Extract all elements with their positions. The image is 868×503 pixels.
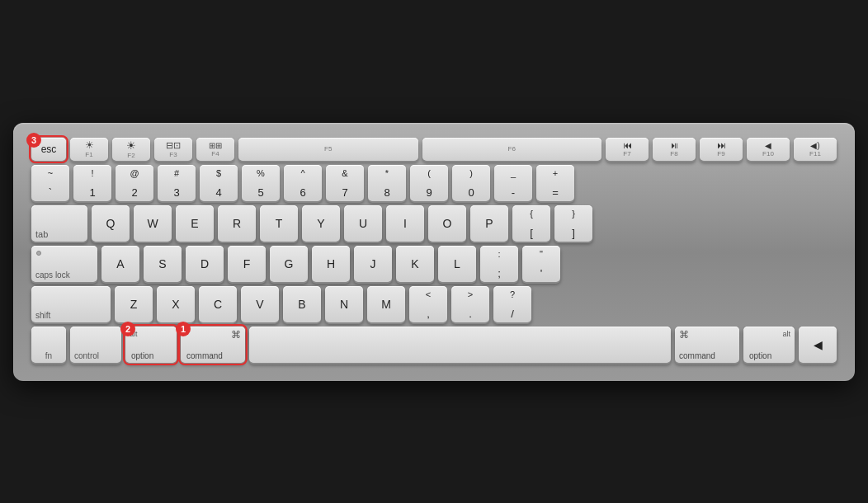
key-l[interactable]: L — [438, 246, 476, 282]
key-arrow-left[interactable]: ◀ — [799, 327, 837, 363]
key-f3[interactable]: ⊟⊡ F3 — [154, 138, 192, 161]
key-f5[interactable]: F5 — [238, 138, 418, 161]
key-z[interactable]: Z — [115, 286, 153, 322]
key-4[interactable]: $ 4 — [200, 165, 238, 201]
key-7[interactable]: & 7 — [326, 165, 364, 201]
key-j[interactable]: J — [354, 246, 392, 282]
key-bracket-open[interactable]: { [ — [512, 205, 550, 242]
key-3[interactable]: # 3 — [158, 165, 196, 201]
key-f[interactable]: F — [228, 246, 266, 282]
key-control[interactable]: control — [70, 327, 121, 363]
key-caps-lock[interactable]: caps lock — [31, 246, 97, 282]
key-i[interactable]: I — [386, 205, 424, 242]
key-u[interactable]: U — [344, 205, 382, 242]
key-e[interactable]: E — [176, 205, 214, 242]
key-1[interactable]: ! 1 — [73, 165, 111, 201]
key-g[interactable]: G — [270, 246, 308, 282]
key-5[interactable]: % 5 — [242, 165, 280, 201]
key-x[interactable]: X — [157, 286, 195, 322]
key-f2[interactable]: ☀ F2 — [112, 138, 150, 161]
key-command-right[interactable]: ⌘ command — [675, 327, 739, 363]
key-quote[interactable]: " ' — [522, 246, 560, 282]
key-a[interactable]: A — [101, 246, 139, 282]
key-spacebar[interactable] — [249, 327, 671, 363]
keyboard: 3 esc ☀ F1 ☀ F2 ⊟⊡ F3 ⊞⊞ F4 F5 F6 ⏮ F7 — [13, 123, 855, 381]
badge-option: 2 — [120, 322, 135, 336]
qwerty-row: tab Q W E R T Y U I O P { [ } ] — [31, 205, 837, 242]
key-f8[interactable]: ⏯ F8 — [653, 138, 696, 161]
zxcv-row: shift Z X C V B N M < , > . ? / — [31, 286, 837, 322]
key-r[interactable]: R — [218, 205, 256, 242]
key-fn[interactable]: fn — [31, 327, 66, 363]
key-k[interactable]: K — [396, 246, 434, 282]
key-esc[interactable]: 3 esc — [31, 138, 66, 161]
key-6[interactable]: ^ 6 — [284, 165, 322, 201]
bottom-row: fn control 2 alt option 1 ⌘ command ⌘ co… — [31, 327, 837, 363]
key-f11[interactable]: ◀) F11 — [794, 138, 837, 161]
key-comma[interactable]: < , — [409, 286, 447, 322]
key-m[interactable]: M — [367, 286, 405, 322]
number-row: ~ ` ! 1 @ 2 # 3 $ 4 % 5 ^ 6 & 7 — [31, 165, 837, 201]
key-period[interactable]: > . — [451, 286, 489, 322]
key-slash[interactable]: ? / — [493, 286, 531, 322]
key-v[interactable]: V — [241, 286, 279, 322]
key-f1[interactable]: ☀ F1 — [70, 138, 108, 161]
key-s[interactable]: S — [144, 246, 182, 282]
key-p[interactable]: P — [470, 205, 508, 242]
key-d[interactable]: D — [186, 246, 224, 282]
key-y[interactable]: Y — [302, 205, 340, 242]
key-9[interactable]: ( 9 — [410, 165, 448, 201]
key-option-left[interactable]: 2 alt option — [125, 327, 177, 363]
key-f4[interactable]: ⊞⊞ F4 — [196, 138, 234, 161]
key-option-right[interactable]: alt option — [743, 327, 795, 363]
key-w[interactable]: W — [134, 205, 172, 242]
badge-command: 1 — [176, 322, 191, 336]
key-q[interactable]: Q — [92, 205, 130, 242]
asdf-row: caps lock A S D F G H J K L : ; " ' — [31, 246, 837, 282]
key-8[interactable]: * 8 — [368, 165, 406, 201]
key-f7[interactable]: ⏮ F7 — [606, 138, 649, 161]
badge-esc: 3 — [26, 133, 41, 148]
key-shift[interactable]: shift — [31, 286, 111, 322]
key-semicolon[interactable]: : ; — [480, 246, 518, 282]
key-command-left[interactable]: 1 ⌘ command — [181, 327, 245, 363]
key-c[interactable]: C — [199, 286, 237, 322]
key-f6[interactable]: F6 — [422, 138, 602, 161]
key-bracket-close[interactable]: } ] — [554, 205, 592, 242]
key-t[interactable]: T — [260, 205, 298, 242]
caps-lock-dot — [36, 251, 41, 256]
key-minus[interactable]: _ - — [494, 165, 532, 201]
key-n[interactable]: N — [325, 286, 363, 322]
key-h[interactable]: H — [312, 246, 350, 282]
key-0[interactable]: ) 0 — [452, 165, 490, 201]
key-equals[interactable]: + = — [536, 165, 574, 201]
key-tilde[interactable]: ~ ` — [31, 165, 69, 201]
esc-label: esc — [41, 143, 57, 155]
key-f10[interactable]: ◀ F10 — [747, 138, 790, 161]
fn-row: 3 esc ☀ F1 ☀ F2 ⊟⊡ F3 ⊞⊞ F4 F5 F6 ⏮ F7 — [31, 138, 837, 161]
key-o[interactable]: O — [428, 205, 466, 242]
key-f9[interactable]: ⏭ F9 — [700, 138, 743, 161]
key-b[interactable]: B — [283, 286, 321, 322]
key-tab[interactable]: tab — [31, 205, 87, 242]
key-2[interactable]: @ 2 — [116, 165, 153, 201]
